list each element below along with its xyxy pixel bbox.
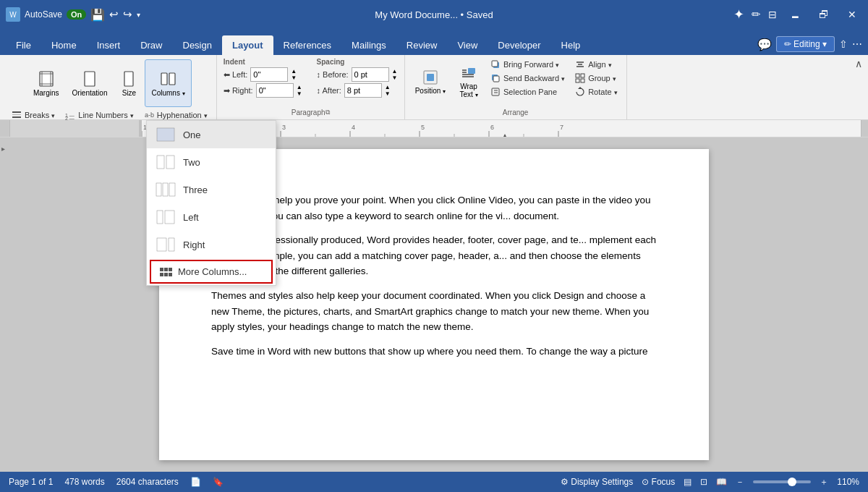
svg-rect-11 [12,116,21,118]
ribbon-collapse-btn[interactable]: ∧ [852,55,865,72]
zoom-slider[interactable] [753,480,811,483]
close-btn[interactable]: ✕ [842,6,862,23]
columns-option-one[interactable]: One [147,121,276,148]
redo-icon[interactable]: ↪ [123,8,132,21]
spacing-section-label: Spacing [317,58,398,66]
title-bar: W AutoSave On 💾 ↩ ↪ ▾ My Word Docume... … [0,0,868,29]
arrange-group-label: Arrange [503,107,529,116]
character-count: 2604 characters [116,477,179,487]
align-button[interactable]: Align ▾ [571,58,621,71]
status-bar: Page 1 of 1 478 words 2604 characters 📄 … [0,472,868,492]
ruler: 1 2 3 4 5 6 7 [0,120,868,137]
save-icon[interactable]: 💾 [90,8,105,22]
ribbon-tabs: File Home Insert Draw Design Layout Refe… [0,29,868,55]
margins-button[interactable]: Margins [27,59,65,107]
more-columns-icon [160,268,172,276]
spacing-before-spinner[interactable]: ▲▼ [392,68,398,81]
columns-option-three[interactable]: Three [147,176,276,203]
svg-rect-26 [492,88,499,96]
orientation-button[interactable]: Orientation [67,59,114,107]
tab-design[interactable]: Design [173,35,222,55]
focus-btn[interactable]: ⊙ Focus [642,477,675,487]
tab-mailings[interactable]: Mailings [341,35,396,55]
columns-option-two[interactable]: Two [147,148,276,176]
spacing-before-input[interactable] [352,67,389,82]
svg-rect-33 [581,74,584,77]
quick-access-dropdown[interactable]: ▾ [137,11,140,19]
more-columns-button[interactable]: More Columns... [150,260,273,284]
send-backward-button[interactable]: Send Backward ▾ [486,72,569,85]
more-columns-label: More Columns... [178,266,247,277]
paragraph-3: Themes and styles also help keep your do… [211,288,657,335]
columns-option-left[interactable]: Left [147,203,276,231]
view-read-icon[interactable]: 📖 [716,477,727,487]
svg-rect-62 [166,156,174,169]
indent-left-spinner[interactable]: ▲▼ [291,68,297,81]
restore-ribbon-icon[interactable]: ⊟ [768,9,777,20]
share-icon[interactable]: ⇧ [839,38,848,50]
tab-review[interactable]: Review [396,35,448,55]
margins-label: Margins [33,89,59,97]
undo-icon[interactable]: ↩ [109,8,119,21]
save-status-icon[interactable]: 🔖 [213,477,224,487]
pen-icon[interactable]: ✏ [752,8,761,21]
indent-right-input[interactable] [256,83,294,98]
minimize-btn[interactable]: 🗕 [784,6,806,23]
restore-btn[interactable]: 🗗 [813,6,835,23]
align-label: Align ▾ [588,60,612,69]
wrap-text-label: WrapText ▾ [459,82,477,98]
wrap-text-button[interactable]: WrapText ▾ [453,58,485,106]
comments-icon[interactable]: 💬 [757,38,772,51]
paragraph-launcher[interactable]: ⧉ [326,109,330,116]
svg-text:5: 5 [421,124,425,131]
indent-left-input[interactable] [250,67,288,82]
size-button[interactable]: Size [114,59,143,107]
svg-rect-34 [576,79,579,82]
tab-developer[interactable]: Developer [488,35,550,55]
tab-layout[interactable]: Layout [222,35,273,55]
selection-pane-label: Selection Pane [503,88,557,96]
more-options-icon[interactable]: ⋯ [852,38,862,50]
spacing-after-input[interactable] [344,83,382,98]
bring-forward-button[interactable]: Bring Forward ▾ [486,58,569,71]
position-button[interactable]: Position ▾ [409,58,451,106]
ribbon-group-page-setup: Margins Orientation Size Columns ▾ [3,55,217,119]
tab-home[interactable]: Home [41,35,87,55]
indent-section-label: Indent [224,58,302,66]
zoom-level[interactable]: 110% [837,477,859,487]
autosave-toggle[interactable]: On [67,9,86,20]
track-changes-icon[interactable]: 📄 [190,477,201,487]
copilot-icon[interactable]: ✦ [733,7,744,22]
display-settings-btn[interactable]: ⚙ Display Settings [561,477,633,487]
hyphenation-label: Hyphenation ▾ [157,111,208,119]
spacing-after-spinner[interactable]: ▲▼ [385,84,391,97]
indent-inputs: ⬅ Left: ▲▼ ➡ Right: ▲▼ [224,67,302,98]
svg-rect-64 [163,183,168,196]
title-bar-right: ✦ ✏ ⊟ 🗕 🗗 ✕ [733,6,862,23]
columns-button[interactable]: Columns ▾ [145,59,191,107]
spacing-before-label: ↕ Before: [317,70,349,79]
view-icons[interactable]: ▤ [684,477,692,487]
zoom-out-btn[interactable]: － [736,476,744,488]
spacing-after-label: ↕ After: [317,86,341,95]
columns-dropdown: One Two Three Left Right More Columns... [146,120,276,286]
selection-pane-button[interactable]: Selection Pane [486,85,569,98]
view-web-icon[interactable]: ⊡ [700,477,707,487]
zoom-in-btn[interactable]: ＋ [820,476,828,488]
tab-help[interactable]: Help [551,35,591,55]
svg-text:4: 4 [352,124,355,131]
paragraph-1: M... ful way to help you prove your poin… [211,192,657,224]
columns-option-right[interactable]: Right [147,231,276,258]
document-area[interactable]: M... ful way to help you prove your poin… [10,137,858,472]
rotate-button[interactable]: Rotate ▾ [571,85,621,98]
tab-insert[interactable]: Insert [87,35,131,55]
tab-references[interactable]: References [273,35,341,55]
rotate-label: Rotate ▾ [588,88,617,96]
tab-file[interactable]: File [6,35,41,55]
tab-view[interactable]: View [447,35,488,55]
ribbon-group-paragraph: Indent ⬅ Left: ▲▼ ➡ Right: ▲▼ [217,55,405,119]
editing-btn[interactable]: ✏ Editing ▾ [776,36,835,52]
tab-draw[interactable]: Draw [130,35,172,55]
indent-right-spinner[interactable]: ▲▼ [297,84,302,97]
group-button[interactable]: Group ▾ [571,72,621,85]
